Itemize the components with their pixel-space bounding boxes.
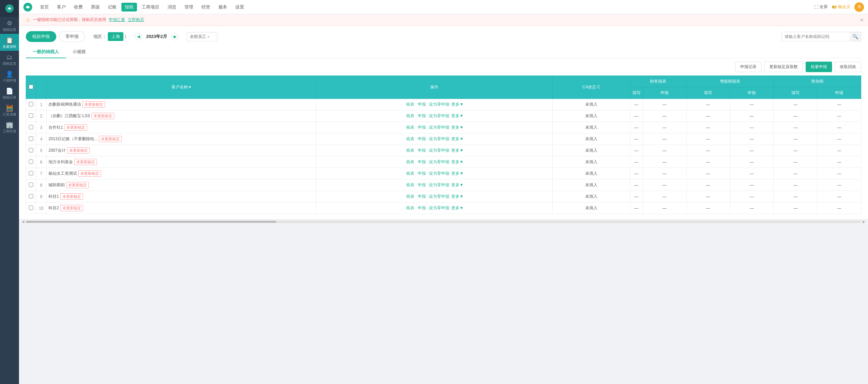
row-fj-fill[interactable]: — (774, 99, 817, 110)
sidebar-item-business-annual[interactable]: 🏢 工商年报 (0, 119, 19, 135)
fullscreen-button[interactable]: ⛶ 全屏 (814, 4, 828, 10)
row-cw-fill[interactable]: — (630, 168, 643, 179)
op-declare[interactable]: 申报 (418, 171, 426, 176)
sidebar-item-annual-calc[interactable]: 🧮 汇算清缴 (0, 102, 19, 119)
row-checkbox-cell[interactable] (26, 133, 36, 145)
row-fj-report[interactable]: — (817, 99, 861, 110)
row-cw-fill[interactable]: — (630, 99, 643, 110)
sub-tab-small[interactable]: 小规模 (66, 46, 93, 58)
search-button[interactable]: 🔍 (850, 32, 861, 41)
row-fj-report[interactable]: — (817, 168, 861, 179)
row-sb-report[interactable]: — (730, 156, 774, 168)
op-tax-table[interactable]: 税表 (406, 194, 414, 199)
op-tax-table[interactable]: 税表 (406, 171, 414, 176)
row-fj-fill[interactable]: — (774, 110, 817, 122)
row-sb-fill[interactable]: — (686, 99, 730, 110)
row-fj-fill[interactable]: — (774, 191, 817, 202)
row-cw-report[interactable]: — (643, 99, 686, 110)
row-fj-report[interactable]: — (817, 191, 861, 202)
nav-bookkeeping[interactable]: 记账 (104, 3, 120, 12)
row-cw-fill[interactable]: — (630, 110, 643, 122)
op-set-zero[interactable]: 设为零申报 (429, 125, 449, 130)
row-cw-report[interactable]: — (643, 202, 686, 214)
row-checkbox[interactable] (29, 183, 33, 187)
row-checkbox[interactable] (29, 136, 33, 141)
row-checkbox[interactable] (29, 206, 33, 210)
op-set-zero[interactable]: 设为零申报 (429, 183, 449, 187)
row-checkbox[interactable] (29, 125, 33, 129)
row-cw-report[interactable]: — (643, 110, 686, 122)
scroll-right-arrow[interactable]: ▶ (863, 220, 865, 223)
op-tax-table[interactable]: 税表 (406, 183, 414, 187)
sidebar-item-batch-tax[interactable]: 📋 批量报税 (0, 34, 19, 51)
nav-manage[interactable]: 管理 (181, 3, 197, 12)
tab-zero-declare[interactable]: 零申报 (59, 31, 85, 42)
row-fj-fill[interactable]: — (774, 179, 817, 191)
op-more[interactable]: 更多▼ (451, 136, 463, 141)
row-cw-fill[interactable]: — (630, 179, 643, 191)
op-tax-table[interactable]: 税表 (406, 206, 414, 210)
op-declare[interactable]: 申报 (418, 102, 426, 107)
op-set-zero[interactable]: 设为零申报 (429, 194, 449, 199)
op-declare[interactable]: 申报 (418, 206, 426, 210)
sidebar-item-tax-settings[interactable]: ⚙ 报税设置 (0, 17, 19, 34)
row-cw-report[interactable]: — (643, 191, 686, 202)
op-declare[interactable]: 申报 (418, 136, 426, 141)
row-fj-report[interactable]: — (817, 122, 861, 133)
user-avatar[interactable]: 用 (854, 2, 864, 12)
row-sb-report[interactable]: — (730, 110, 774, 122)
row-cw-fill[interactable]: — (630, 202, 643, 214)
staff-select[interactable]: 全部员工 ▾ (187, 32, 217, 41)
op-set-zero[interactable]: 设为零申报 (429, 113, 449, 118)
nav-tax[interactable]: 报税 (121, 3, 137, 12)
op-tax-table[interactable]: 税表 (406, 136, 414, 141)
row-cw-fill[interactable]: — (630, 156, 643, 168)
row-cw-report[interactable]: — (643, 156, 686, 168)
horizontal-scrollbar[interactable]: ◀ ▶ (19, 219, 868, 223)
row-fj-fill[interactable]: — (774, 202, 817, 214)
row-sb-report[interactable]: — (730, 168, 774, 179)
op-declare[interactable]: 申报 (418, 183, 426, 187)
row-checkbox-cell[interactable] (26, 156, 36, 168)
nav-settings[interactable]: 设置 (232, 3, 248, 12)
nav-message[interactable]: 消息 (164, 3, 180, 12)
row-fj-report[interactable]: — (817, 133, 861, 145)
row-sb-fill[interactable]: — (686, 110, 730, 122)
row-checkbox-cell[interactable] (26, 145, 36, 156)
row-sb-fill[interactable]: — (686, 122, 730, 133)
search-input[interactable] (782, 33, 850, 41)
row-cw-report[interactable]: — (643, 168, 686, 179)
scroll-left-arrow[interactable]: ◀ (22, 220, 24, 223)
nav-client[interactable]: 客户 (54, 3, 69, 12)
row-sb-report[interactable]: — (730, 133, 774, 145)
row-fj-fill[interactable]: — (774, 145, 817, 156)
op-more[interactable]: 更多▼ (451, 159, 463, 164)
row-fj-report[interactable]: — (817, 179, 861, 191)
row-sb-report[interactable]: — (730, 99, 774, 110)
op-more[interactable]: 更多▼ (451, 148, 463, 153)
op-tax-table[interactable]: 税表 (406, 159, 414, 164)
scrollbar-thumb[interactable] (26, 221, 276, 223)
op-more[interactable]: 更多▼ (451, 102, 463, 107)
row-fj-fill[interactable]: — (774, 156, 817, 168)
row-checkbox[interactable] (29, 102, 33, 106)
row-fj-report[interactable]: — (817, 110, 861, 122)
row-checkbox-cell[interactable] (26, 122, 36, 133)
tab-tax-declare[interactable]: 税款申报 (26, 31, 56, 42)
op-tax-table[interactable]: 税表 (406, 148, 414, 153)
op-tax-table[interactable]: 税表 (406, 102, 414, 107)
row-sb-fill[interactable]: — (686, 168, 730, 179)
date-prev-button[interactable]: ◀ (135, 33, 142, 40)
op-declare[interactable]: 申报 (418, 113, 426, 118)
op-more[interactable]: 更多▼ (451, 194, 463, 199)
op-more[interactable]: 更多▼ (451, 125, 463, 130)
row-sb-report[interactable]: — (730, 122, 774, 133)
op-more[interactable]: 更多▼ (451, 183, 463, 187)
row-cw-fill[interactable]: — (630, 145, 643, 156)
op-tax-table[interactable]: 税表 (406, 125, 414, 130)
row-checkbox[interactable] (29, 113, 33, 118)
op-more[interactable]: 更多▼ (451, 206, 463, 210)
row-cw-fill[interactable]: — (630, 122, 643, 133)
nav-billing[interactable]: 收费 (71, 3, 86, 12)
sidebar-item-personal-tax[interactable]: 👤 个税申报 (0, 68, 19, 85)
